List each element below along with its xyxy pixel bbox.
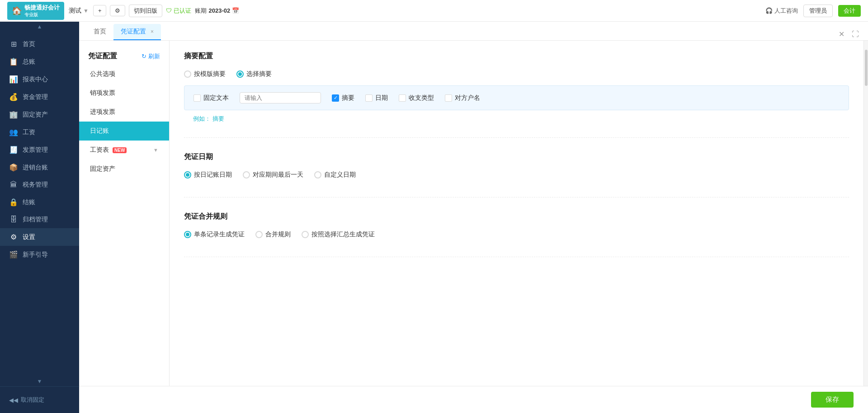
sidebar-item-ledger[interactable]: 📋 总账 bbox=[0, 53, 79, 70]
close-panel-button[interactable]: ✕ bbox=[837, 28, 846, 40]
date-radio-period-last[interactable]: 对应期间最后一天 bbox=[243, 171, 303, 179]
sidebar-pin-button[interactable]: ◀◀ 取消固定 bbox=[0, 391, 79, 408]
switch-old-button[interactable]: 切到旧版 bbox=[129, 5, 162, 17]
save-bar: 保存 bbox=[79, 386, 868, 413]
summary-radio-select-label: 选择摘要 bbox=[246, 70, 272, 78]
user-button[interactable]: 管理员 bbox=[803, 5, 833, 17]
left-nav-public[interactable]: 公共选项 bbox=[79, 65, 169, 84]
new-badge: NEW bbox=[113, 147, 127, 153]
sidebar-label-assets: 固定资产 bbox=[23, 111, 48, 119]
sidebar-label-purchases: 进销台账 bbox=[23, 164, 48, 172]
merge-radio-single[interactable]: 单条记录生成凭证 bbox=[184, 230, 245, 239]
save-button[interactable]: 保存 bbox=[811, 392, 854, 408]
checkbox-summary-box: ✓ bbox=[332, 94, 339, 102]
user-label: 管理员 bbox=[809, 7, 827, 14]
checkbox-fixed-text-label: 固定文本 bbox=[203, 94, 229, 102]
sidebar-item-guide[interactable]: 🎬 新手引导 bbox=[0, 246, 79, 263]
merge-radio-merge[interactable]: 合并规则 bbox=[255, 230, 291, 239]
purchases-icon: 📦 bbox=[9, 163, 18, 172]
project-name: 测试 bbox=[69, 7, 81, 15]
sidebar-item-archive[interactable]: 🗄 归档管理 bbox=[0, 211, 79, 228]
guide-icon: 🎬 bbox=[9, 250, 18, 259]
sidebar-item-tax[interactable]: 🏛 税务管理 bbox=[0, 176, 79, 193]
sidebar-item-settings[interactable]: ⚙ 设置 bbox=[0, 228, 79, 246]
sidebar-label-tax: 税务管理 bbox=[23, 181, 48, 189]
calendar-icon: 📅 bbox=[232, 7, 239, 14]
sidebar-scroll-down[interactable]: ▼ bbox=[0, 376, 79, 386]
merge-radio-single-circle bbox=[184, 231, 191, 238]
gear-icon: ⚙ bbox=[115, 7, 120, 14]
checkbox-fixed-text[interactable]: 固定文本 bbox=[193, 94, 229, 102]
merge-section: 凭证合并规则 单条记录生成凭证 合并规则 按照选择汇总生成凭证 bbox=[184, 212, 849, 257]
checkbox-payment-type[interactable]: 收支类型 bbox=[399, 94, 434, 102]
sidebar-scroll-up[interactable]: ▲ bbox=[0, 22, 79, 32]
left-nav-assets[interactable]: 固定资产 bbox=[79, 160, 169, 178]
merge-radio-select-merge[interactable]: 按照选择汇总生成凭证 bbox=[302, 230, 375, 239]
summary-radio-select[interactable]: 选择摘要 bbox=[236, 70, 272, 78]
example-text: 例如： 摘要 bbox=[184, 115, 849, 127]
sidebar-item-assets[interactable]: 🏢 固定资产 bbox=[0, 106, 79, 123]
company-sub: 专业版 bbox=[24, 12, 60, 18]
sidebar-label-archive: 归档管理 bbox=[23, 216, 48, 224]
date-radio-journal[interactable]: 按日记账日期 bbox=[184, 171, 232, 179]
main-layout: ▲ ⊞ 首页 📋 总账 📊 报表中心 💰 资金管理 🏢 固定资产 bbox=[0, 22, 868, 413]
period-selector[interactable]: 账期 2023-02 📅 bbox=[195, 7, 239, 15]
home-icon: ⊞ bbox=[9, 40, 18, 48]
sidebar-bottom: ◀◀ 取消固定 bbox=[0, 386, 79, 413]
tab-config-label: 凭证配置 bbox=[121, 28, 146, 35]
summary-radio-template[interactable]: 按模版摘要 bbox=[184, 70, 226, 78]
sidebar-item-invoices[interactable]: 🧾 发票管理 bbox=[0, 141, 79, 159]
page-title: 凭证配置 bbox=[88, 52, 117, 61]
tab-home[interactable]: 首页 bbox=[86, 24, 113, 40]
sidebar-label-reports: 报表中心 bbox=[23, 75, 48, 84]
invoices-icon: 🧾 bbox=[9, 145, 18, 154]
sidebar-item-close[interactable]: 🔒 结账 bbox=[0, 193, 79, 211]
left-nav-purchase[interactable]: 进项发票 bbox=[79, 103, 169, 122]
chevron-down-icon: ▼ bbox=[83, 8, 89, 14]
sidebar-nav: ⊞ 首页 📋 总账 📊 报表中心 💰 资金管理 🏢 固定资产 👥 工资 bbox=[0, 32, 79, 376]
service-button[interactable]: 🎧 人工咨询 bbox=[765, 7, 798, 15]
topbar: 🏠 畅捷通好会计 专业版 测试 ▼ + ⚙ 切到旧版 🛡 已认证 账期 2023… bbox=[0, 0, 868, 22]
checkbox-summary-label: 摘要 bbox=[342, 94, 354, 102]
date-radio-custom[interactable]: 自定义日期 bbox=[314, 171, 356, 179]
tab-config-close[interactable]: × bbox=[151, 28, 154, 35]
sidebar-item-reports[interactable]: 📊 报表中心 bbox=[0, 70, 79, 88]
merge-radio-group: 单条记录生成凭证 合并规则 按照选择汇总生成凭证 bbox=[184, 230, 849, 239]
checkbox-fixed-text-box bbox=[193, 94, 201, 102]
settings-button[interactable]: ⚙ bbox=[110, 5, 125, 16]
left-nav-sales[interactable]: 销项发票 bbox=[79, 84, 169, 103]
sidebar-label-payroll: 工资 bbox=[23, 128, 35, 136]
sidebar-item-payroll[interactable]: 👥 工资 bbox=[0, 123, 79, 141]
left-nav-journal[interactable]: 日记账 bbox=[79, 122, 169, 141]
fixed-text-input[interactable] bbox=[240, 92, 321, 103]
checkbox-summary[interactable]: ✓ 摘要 bbox=[332, 94, 354, 102]
example-value: 摘要 bbox=[212, 115, 224, 122]
refresh-button[interactable]: ↻ 刷新 bbox=[142, 52, 160, 61]
tabbar: 首页 凭证配置 × ✕ ⛶ bbox=[79, 22, 868, 41]
reports-icon: 📊 bbox=[9, 75, 18, 84]
role-button[interactable]: 会计 bbox=[838, 5, 861, 17]
sidebar-item-home[interactable]: ⊞ 首页 bbox=[0, 35, 79, 53]
tab-config[interactable]: 凭证配置 × bbox=[113, 24, 161, 40]
tax-icon: 🏛 bbox=[9, 181, 18, 189]
summary-radio-template-label: 按模版摘要 bbox=[194, 70, 226, 78]
date-radio-journal-label: 按日记账日期 bbox=[194, 171, 232, 179]
fullscreen-button[interactable]: ⛶ bbox=[850, 28, 861, 40]
add-button[interactable]: + bbox=[93, 5, 107, 16]
merge-radio-merge-circle bbox=[255, 231, 263, 238]
summary-radio-template-circle bbox=[184, 70, 191, 78]
sidebar-item-funds[interactable]: 💰 资金管理 bbox=[0, 88, 79, 106]
sidebar-label-ledger: 总账 bbox=[23, 58, 35, 66]
left-nav-payroll[interactable]: 工资表 NEW ▼ bbox=[79, 141, 169, 160]
sidebar-label-funds: 资金管理 bbox=[23, 93, 48, 101]
scrollbar-thumb bbox=[865, 50, 868, 86]
sidebar-item-purchases[interactable]: 📦 进销台账 bbox=[0, 159, 79, 176]
date-radio-period-last-circle bbox=[243, 171, 250, 178]
checkbox-counterpart[interactable]: 对方户名 bbox=[445, 94, 480, 102]
project-selector[interactable]: 测试 ▼ bbox=[69, 7, 89, 15]
right-scrollbar[interactable] bbox=[863, 41, 868, 386]
checkbox-date[interactable]: 日期 bbox=[365, 94, 388, 102]
certified-badge: 🛡 已认证 bbox=[166, 7, 191, 15]
merge-radio-single-label: 单条记录生成凭证 bbox=[194, 230, 245, 239]
merge-radio-select-merge-circle bbox=[302, 231, 309, 238]
